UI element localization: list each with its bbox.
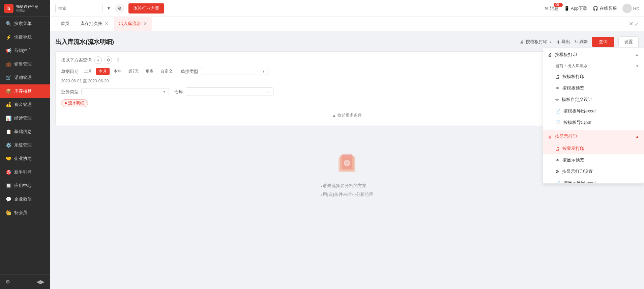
online-service-btn[interactable]: 🎧 在线客服 bbox=[593, 5, 617, 11]
sidebar-item-sales[interactable]: 💼 销售管理 bbox=[0, 57, 50, 71]
sidebar-item-inventory[interactable]: 📦 库存核算 bbox=[0, 84, 50, 98]
tab-flow-close[interactable]: ✕ bbox=[144, 21, 147, 26]
sidebar-item-newbie[interactable]: 🎯 新手引导 bbox=[0, 165, 50, 179]
display-print-item[interactable]: 🖨 按显示打印 bbox=[543, 143, 644, 154]
filter-doctype-field: 单据类型 ▼ bbox=[181, 68, 268, 75]
template-print-current[interactable]: 当前：出入库流水 ▼ bbox=[543, 61, 644, 71]
user-avatar-area[interactable]: Rit bbox=[622, 4, 639, 13]
sidebar-item-finance[interactable]: 💰 资金管理 bbox=[0, 98, 50, 111]
warehouse-select[interactable]: ··· bbox=[186, 87, 273, 96]
date-tab-current-year[interactable]: 本年 bbox=[111, 68, 124, 75]
template-print-item[interactable]: 🖨 按模板打印 bbox=[543, 71, 644, 82]
sidebar-item-search[interactable]: 🔍 搜索菜单 bbox=[0, 17, 50, 30]
tab-flow[interactable]: 出入库流水 ✕ bbox=[114, 17, 152, 31]
search-input[interactable] bbox=[55, 4, 103, 13]
trial-btn[interactable]: 体验行业方案 bbox=[128, 3, 164, 14]
sidebar-settings-icon[interactable]: ⚙ bbox=[5, 279, 10, 285]
header-gear-btn[interactable]: ⚙ bbox=[115, 4, 124, 13]
header-dropdown-btn[interactable]: ▼ bbox=[107, 6, 111, 11]
header-right: ✉ 消息 99+ 📱 App下载 🎧 在线客服 Rit bbox=[545, 4, 639, 13]
export-btn[interactable]: ⬆ 导出 bbox=[556, 39, 570, 45]
sidebar-item-basic[interactable]: 📋 基础信息 bbox=[0, 125, 50, 138]
template-pdf-item[interactable]: 📄 按模板导出pdf bbox=[543, 117, 644, 128]
warehouse-more-icon: ··· bbox=[267, 89, 270, 94]
filter-collapse-btn[interactable]: 《 bbox=[115, 57, 119, 63]
refresh-btn[interactable]: ↻ 刷新 bbox=[574, 39, 588, 45]
quicknav-icon: ⚡ bbox=[5, 34, 11, 40]
display-print-icon: 🖨 bbox=[555, 146, 560, 151]
display-excel-item[interactable]: 📄 按显示导出excel bbox=[543, 177, 644, 183]
display-settings-icon: ⚙ bbox=[555, 169, 559, 174]
doctype-select[interactable]: ▼ bbox=[201, 68, 268, 75]
date-tab-prev-month[interactable]: 上月 bbox=[81, 68, 95, 75]
sidebar-item-membership[interactable]: 👑 畅会员 bbox=[0, 206, 50, 219]
tag-dot bbox=[65, 102, 67, 104]
display-preview-item[interactable]: 👁 按显示预览 bbox=[543, 154, 644, 166]
page-title: 出入库流水(流水明细) bbox=[55, 38, 114, 46]
marketing-icon: 📢 bbox=[5, 48, 11, 54]
search-icon: 🔍 bbox=[5, 21, 11, 27]
sidebar-item-quicknav[interactable]: ⚡ 快捷导航 bbox=[0, 30, 50, 44]
date-tab-last7[interactable]: 近7天 bbox=[126, 68, 142, 75]
page-top-actions: 🖨 按模板打印 ▲ ⬆ 导出 ↻ 刷新 查询 设置 bbox=[520, 36, 639, 47]
date-tab-custom[interactable]: 自定义 bbox=[158, 68, 175, 75]
appcenter-icon: 🔲 bbox=[5, 183, 11, 189]
doctype-chevron-down-icon: ▼ bbox=[262, 70, 265, 73]
sidebar-item-appcenter[interactable]: 🔲 应用中心 bbox=[0, 179, 50, 192]
date-tab-more[interactable]: 更多 bbox=[143, 68, 156, 75]
tab-window-controls[interactable]: ✕ ⤢ bbox=[629, 21, 639, 27]
filter-settings-btn[interactable]: ⚙ bbox=[105, 56, 112, 64]
template-custom-item[interactable]: ✏ 模板自定义设计 bbox=[543, 94, 644, 105]
settings-btn[interactable]: 设置 bbox=[618, 36, 639, 47]
query-btn[interactable]: 查询 bbox=[592, 37, 614, 47]
display-section-chevron-up-icon: ▲ bbox=[636, 135, 639, 138]
date-label: 单据日期 bbox=[61, 69, 79, 75]
sidebar-nav: 🔍 搜索菜单 ⚡ 快捷导航 📢 营销推广 💼 销售管理 🛒 采购管理 📦 库存核… bbox=[0, 17, 50, 274]
sidebar: b 畅捷通好生意 标准版 🔍 搜索菜单 ⚡ 快捷导航 📢 营销推广 💼 销售管理… bbox=[0, 0, 50, 289]
refresh-icon: ↻ bbox=[574, 40, 578, 45]
purchase-icon: 🛒 bbox=[5, 75, 11, 81]
tab-home[interactable]: 首页 bbox=[55, 17, 75, 31]
active-filter-tag[interactable]: 流水明细 bbox=[61, 99, 88, 107]
print-template-section-icon: 🖨 bbox=[548, 52, 552, 57]
sidebar-collapse-icon[interactable]: ◀▶ bbox=[36, 279, 45, 285]
sidebar-item-marketing[interactable]: 📢 营销推广 bbox=[0, 44, 50, 57]
basic-icon: 📋 bbox=[5, 129, 11, 135]
display-print-settings-item[interactable]: ⚙ 按显示打印设置 bbox=[543, 166, 644, 177]
app-icon: 📱 bbox=[564, 6, 569, 11]
page-header: 出入库流水(流水明细) 🖨 按模板打印 ▲ ⬆ 导出 ↻ 刷新 查询 设置 bbox=[55, 36, 639, 47]
template-preview-item[interactable]: 👁 按模板预览 bbox=[543, 82, 644, 94]
app-download-btn[interactable]: 📱 App下载 bbox=[564, 5, 587, 11]
wechat-icon: 💬 bbox=[5, 196, 11, 202]
empty-illustration: ? bbox=[333, 150, 360, 177]
template-excel-item[interactable]: 📄 按模板导出excel bbox=[543, 105, 644, 117]
template-pdf-icon: 📄 bbox=[555, 120, 561, 125]
sidebar-item-system[interactable]: ⚙️ 系统管理 bbox=[0, 138, 50, 152]
template-section-chevron-up-icon: ▲ bbox=[635, 52, 639, 57]
tab-expand-icon[interactable]: ⤢ bbox=[635, 21, 639, 27]
tab-batch[interactable]: 库存批次账 ✕ bbox=[75, 17, 114, 31]
header-left: ▼ ⚙ 体验行业方案 bbox=[55, 3, 164, 14]
template-print-section-header[interactable]: 🖨 按模板打印 ▲ bbox=[543, 48, 644, 61]
business-type-select[interactable]: ▼ bbox=[81, 88, 169, 95]
display-print-section-header[interactable]: 🖨 按显示打印 ▲ bbox=[543, 130, 644, 143]
sidebar-item-operations[interactable]: 📊 经营管理 bbox=[0, 111, 50, 125]
tab-close-window-icon[interactable]: ✕ bbox=[629, 21, 633, 27]
operations-icon: 📊 bbox=[5, 115, 11, 121]
filter-add-btn[interactable]: + bbox=[94, 56, 102, 64]
display-print-section-icon: 🖨 bbox=[548, 134, 552, 139]
filter-business-field: 业务类型 ▼ bbox=[61, 88, 169, 95]
sidebar-item-enterprise[interactable]: 🤝 企业协同 bbox=[0, 152, 50, 165]
inventory-icon: 📦 bbox=[5, 88, 11, 94]
tab-batch-close[interactable]: ✕ bbox=[105, 21, 108, 26]
sidebar-item-purchase[interactable]: 🛒 采购管理 bbox=[0, 71, 50, 84]
filter-warehouse-field: 仓库 ··· bbox=[174, 87, 273, 96]
export-icon: ⬆ bbox=[556, 40, 560, 45]
message-btn[interactable]: ✉ 消息 99+ bbox=[545, 5, 559, 11]
top-header: ▼ ⚙ 体验行业方案 ✉ 消息 99+ 📱 App下载 🎧 在线客服 Rit bbox=[50, 0, 644, 17]
print-template-btn[interactable]: 🖨 按模板打印 ▲ bbox=[520, 39, 552, 45]
sidebar-item-wechat[interactable]: 💬 企业微信 bbox=[0, 192, 50, 206]
date-tab-current-month[interactable]: 本月 bbox=[96, 68, 110, 75]
print-dropdown: 🖨 按模板打印 ▲ 当前：出入库流水 ▼ 🖨 按模板打印 👁 按模板预览 bbox=[543, 48, 644, 184]
svg-text:?: ? bbox=[346, 161, 348, 166]
